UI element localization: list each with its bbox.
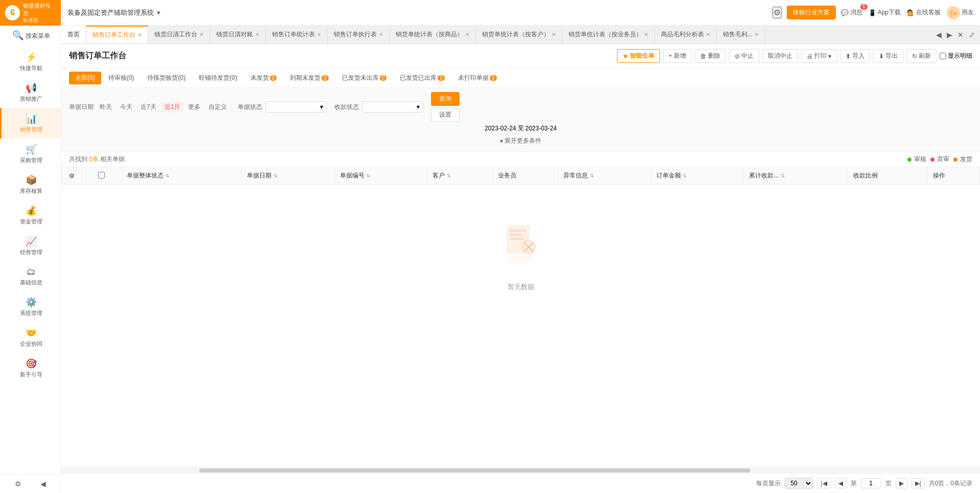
system-dropdown-icon[interactable]: ▾ [157, 9, 161, 16]
expand-more-button[interactable]: ▾ 展开更多条件 [500, 137, 541, 145]
tab-cash-reconcile[interactable]: 钱货日清对账 ✕ [210, 26, 266, 44]
user-menu-button[interactable]: Ea 用友 [947, 6, 974, 19]
sidebar-item-quick-nav[interactable]: ⚡ 快捷导航 [0, 47, 61, 77]
tab-sales-exec[interactable]: 销售订单执行表 ✕ [328, 26, 390, 44]
sidebar-item-operation[interactable]: 📈 经营管理 [0, 231, 61, 261]
date-custom-button[interactable]: 自定义 [206, 102, 230, 113]
date-yesterday-button[interactable]: 昨天 [97, 102, 115, 113]
message-button[interactable]: 💬 6 消息 [841, 8, 862, 17]
export-button[interactable]: ⬇ 导出 [873, 49, 903, 63]
sidebar-settings-button[interactable]: ⚙ [15, 480, 21, 488]
filter-tab-wangpu-pending[interactable]: 旺铺待发货(0) [193, 72, 243, 84]
sidebar-item-purchase[interactable]: 🛒 采购管理 [0, 139, 61, 169]
sidebar-item-basic-info[interactable]: 🗂 基础信息 [0, 261, 61, 292]
status-select[interactable]: ▾ [265, 101, 327, 113]
filter-tab-all[interactable]: 全部(0) [69, 72, 101, 84]
horizontal-scrollbar-area[interactable] [61, 467, 980, 473]
sidebar-item-system[interactable]: ⚙️ 系统管理 [0, 292, 61, 322]
sidebar-item-sales[interactable]: 📊 销售管理 [0, 108, 61, 139]
print-button[interactable]: 🖨 打印 ▾ [801, 49, 837, 63]
sidebar-collapse-button[interactable]: ◀ [40, 480, 46, 488]
stop-button[interactable]: ⊘ 中止 [729, 49, 759, 63]
tab-cash-daily[interactable]: 钱货日清工作台 ✕ [148, 26, 210, 44]
sidebar-item-enterprise[interactable]: 🤝 企业协同 [0, 322, 61, 353]
date-more-button[interactable]: 更多 [185, 102, 203, 113]
sidebar-item-marketing[interactable]: 📢 营销推广 [0, 77, 61, 108]
tab-scroll-left-button[interactable]: ◀ [934, 30, 944, 40]
col-checkbox[interactable] [82, 167, 122, 185]
date-today-button[interactable]: 今天 [117, 102, 135, 113]
col-received[interactable]: 累计收款... ⇅ [744, 167, 848, 185]
filter-tab-not-printed[interactable]: 未打印单据0 [452, 72, 503, 84]
sidebar-item-guide[interactable]: 🎯 新手引导 [0, 353, 61, 384]
online-service-button[interactable]: 💁 在线客服 [907, 8, 941, 17]
tab-sales-summary-product[interactable]: 销货单统计表（按商品） ✕ [390, 26, 476, 44]
tab-scroll-right-button[interactable]: ▶ [945, 30, 954, 40]
page-first-button[interactable]: |◀ [817, 478, 830, 488]
per-page-select[interactable]: 50 100 200 [785, 478, 813, 489]
new-button[interactable]: + 新增 [663, 49, 692, 63]
page-next-button[interactable]: ▶ [896, 478, 907, 488]
tab-sales-workbench[interactable]: 销售订单工作台 ✕ [86, 26, 148, 44]
tab-sales-summary-staff[interactable]: 销货单统计表（按业务员） ✕ [562, 26, 655, 44]
tab-product-margin[interactable]: 商品毛利分析表 ✕ [655, 26, 717, 44]
filter-tab-shipped-out[interactable]: 已发货已出库0 [394, 72, 451, 84]
refresh-button[interactable]: ↻ 刷新 [906, 49, 937, 63]
tab-close-button[interactable]: ✕ [199, 32, 203, 37]
col-abnormal[interactable]: 异常信息 ⇅ [558, 167, 651, 185]
filter-tab-pending-inspect[interactable]: 待拣货验货(0) [141, 72, 192, 84]
cancel-stop-button[interactable]: 取消中止 [762, 49, 798, 63]
date-1month-button[interactable]: 近1月 [162, 102, 184, 113]
tab-close-button[interactable]: ✕ [465, 32, 469, 37]
query-button[interactable]: 查询 [431, 92, 460, 106]
tab-close-all-button[interactable]: ✕ [955, 30, 966, 40]
tab-close-button[interactable]: ✕ [317, 32, 321, 37]
tab-sales-summary-customer[interactable]: 销货单统计表（按客户） ✕ [476, 26, 562, 44]
col-staff[interactable]: 业务员 [492, 167, 558, 185]
delete-button[interactable]: 🗑 删除 [695, 49, 726, 63]
smart-create-button[interactable]: ★ 智能生单 [617, 49, 660, 63]
col-ratio[interactable]: 收款比例 [848, 167, 928, 185]
topbar-settings-button[interactable]: ⚙ [772, 7, 782, 18]
cancel-review-action-button[interactable]: 弃审 [930, 155, 949, 164]
show-detail-checkbox[interactable] [940, 53, 946, 59]
col-number[interactable]: 单据编号 ⇅ [334, 167, 427, 185]
sidebar-item-finance[interactable]: 💰 资金管理 [0, 200, 61, 231]
filter-tab-expired-not-shipped[interactable]: 到期未发货0 [284, 72, 335, 84]
filter-tab-pending-review[interactable]: 待审核(0) [102, 72, 141, 84]
tab-close-button[interactable]: ✕ [379, 32, 383, 37]
tab-sales-scroll[interactable]: 销售毛利... ✕ [717, 26, 765, 44]
page-prev-button[interactable]: ◀ [835, 478, 847, 488]
app-download-button[interactable]: 📱 App下载 [869, 8, 901, 17]
ship-action-button[interactable]: 发货 [953, 155, 972, 164]
sidebar-item-inventory[interactable]: 📦 库存核算 [0, 169, 61, 200]
print-dropdown-icon[interactable]: ▾ [828, 53, 831, 60]
col-amount[interactable]: 订单金额 ⇅ [651, 167, 743, 185]
show-detail-checkbox-area[interactable]: 显示明细 [940, 52, 972, 60]
industry-solution-button[interactable]: 体验行业方案 [787, 6, 836, 19]
tab-sales-stat[interactable]: 销售订单统计表 ✕ [266, 26, 328, 44]
set-button[interactable]: 设置 [431, 108, 460, 122]
horizontal-scrollbar-thumb[interactable] [199, 468, 750, 473]
tab-close-button[interactable]: ✕ [706, 32, 710, 37]
sidebar-item-search[interactable]: 🔍 搜索菜单 [0, 26, 61, 47]
col-status[interactable]: 单据整体状态 ⇅ [121, 167, 242, 185]
tab-close-button[interactable]: ✕ [138, 32, 142, 38]
page-input[interactable] [861, 478, 881, 488]
tab-close-button[interactable]: ✕ [755, 32, 759, 37]
payment-select[interactable]: ▾ [362, 101, 423, 113]
col-customer[interactable]: 客户 ⇅ [427, 167, 492, 185]
filter-tab-not-shipped[interactable]: 未发货0 [244, 72, 283, 84]
col-settings[interactable]: ⚙ [62, 167, 82, 185]
tab-close-button[interactable]: ✕ [552, 32, 556, 37]
tab-close-button[interactable]: ✕ [255, 32, 259, 37]
review-action-button[interactable]: 审核 [907, 155, 926, 164]
col-date[interactable]: 单据日期 ⇅ [242, 167, 334, 185]
import-button[interactable]: ⬆ 导入 [840, 49, 870, 63]
page-last-button[interactable]: ▶| [911, 478, 925, 488]
select-all-checkbox[interactable] [98, 172, 105, 178]
date-7days-button[interactable]: 近7天 [138, 102, 159, 113]
tab-close-button[interactable]: ✕ [644, 32, 648, 37]
tab-fullscreen-button[interactable]: ⤢ [967, 30, 977, 40]
filter-tab-shipped-not-out[interactable]: 已发货未出库0 [336, 72, 393, 84]
